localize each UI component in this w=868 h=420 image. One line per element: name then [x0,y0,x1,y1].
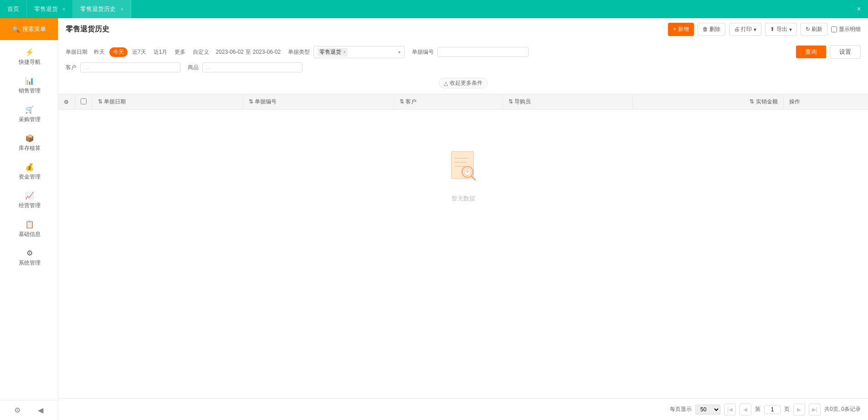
sidebar-item-purchase[interactable]: 🛒 采购管理 [0,99,58,128]
doc-no-input[interactable] [437,47,529,57]
sidebar-search[interactable]: 🔍 搜索菜单 [0,18,58,40]
th-customer[interactable]: ⇅ 客户 [394,94,503,110]
sidebar-item-finance[interactable]: 💰 资金管理 [0,157,58,185]
sidebar-collapse-btn[interactable]: ◀ [34,404,47,417]
date-range: 2023-06-02 至 2023-06-02 [216,48,281,56]
doc-type-arrow: ▾ [398,50,401,55]
customer-input[interactable]: ... [80,62,180,72]
th-amount[interactable]: ⇅ 实销金额 [632,94,783,110]
date-shortcut-yesterday[interactable]: 昨天 [91,47,108,57]
goods-label: 商品 [188,64,199,72]
sidebar-item-quick-nav[interactable]: ⚡ 快捷导航 [0,42,58,71]
nav-icon-finance: 💰 [25,162,34,171]
doc-type-selector[interactable]: 零售退货 × ▾ [313,46,405,58]
nav-icon-basic-info: 📋 [25,220,34,229]
th-doc-no[interactable]: ⇅ 单据编号 [243,94,394,110]
goods-input[interactable]: ... [202,62,303,72]
th-settings[interactable]: ⚙ [58,94,75,110]
export-button[interactable]: ⬆ 导出 ▾ [765,23,796,36]
tab-home[interactable]: 首页 [0,0,27,18]
add-button[interactable]: + 新增 [668,23,693,36]
show-detail-toggle[interactable]: 显示明细 [831,26,861,33]
page-title: 零售退货历史 [66,25,109,34]
th-guide[interactable]: ⇅ 导购员 [503,94,632,110]
tab-bar: 首页 零售退货 × 零售退货历史 × × [0,0,868,18]
tab-retail-return[interactable]: 零售退货 × [27,0,73,18]
sidebar-nav: ⚡ 快捷导航 📊 销售管理 🛒 采购管理 📦 库存核算 💰 资金管理 📈 经营管… [0,40,58,400]
th-doc-no-label: ⇅ 单据编号 [249,98,277,105]
empty-illustration [443,146,484,187]
empty-state: 暂无数据 [58,110,868,239]
delete-button[interactable]: 🗑 删除 [698,23,725,36]
first-page-btn[interactable]: |◀ [724,404,736,415]
sidebar: 🔍 搜索菜单 ⚡ 快捷导航 📊 销售管理 🛒 采购管理 📦 库存核算 💰 资金管… [0,18,58,420]
per-page-label: 每页显示 [670,405,692,413]
nav-icon-quick-nav: ⚡ [25,47,34,56]
date-from[interactable]: 2023-06-02 [216,49,243,55]
sidebar-settings-btn[interactable]: ⚙ [11,404,24,417]
nav-label-sales: 销售管理 [19,87,41,95]
sidebar-item-sales[interactable]: 📊 销售管理 [0,71,58,99]
date-shortcut-1month[interactable]: 近1月 [151,47,170,57]
page-number-input[interactable] [764,405,781,414]
doc-type-tag-text: 零售退货 [319,48,341,56]
sidebar-item-basic-info[interactable]: 📋 基础信息 [0,214,58,243]
table-settings-icon[interactable]: ⚙ [64,99,69,105]
page-label-pre: 第 [755,405,760,413]
th-checkbox[interactable] [75,94,92,110]
refresh-button[interactable]: ↻ 刷新 [801,23,827,36]
customer-placeholder: ... [84,64,89,71]
sidebar-item-inventory[interactable]: 📦 库存核算 [0,128,58,157]
table-container: ⚙ ⇅ 单据日期 ⇅ 单据编号 ⇅ 客户 [58,94,868,398]
nav-icon-operations: 📈 [25,191,34,200]
per-page-select[interactable]: 50 10 20 100 [695,405,720,415]
table-header: ⚙ ⇅ 单据日期 ⇅ 单据编号 ⇅ 客户 [58,94,868,110]
collapse-filter-button[interactable]: △ 收起更多条件 [439,78,488,88]
sidebar-bottom: ⚙ ◀ [0,400,58,420]
filter-settings-button[interactable]: 设置 [830,45,861,59]
window-close-button[interactable]: × [850,0,868,18]
print-label: 🖨 打印 [734,26,752,33]
nav-icon-inventory: 📦 [25,133,34,143]
th-customer-label: ⇅ 客户 [400,98,416,105]
doc-no-filter: 单据编号 [412,47,529,57]
collapse-up-icon: △ [444,80,448,87]
prev-page-btn[interactable]: ◀ [740,404,751,415]
search-icon: 🔍 [12,26,20,33]
sidebar-item-operations[interactable]: 📈 经营管理 [0,185,58,214]
date-to[interactable]: 2023-06-02 [253,49,281,55]
date-shortcut-more[interactable]: 更多 [172,47,188,57]
collapse-label: 收起更多条件 [450,79,483,87]
th-guide-label: ⇅ 导购员 [508,98,531,105]
date-shortcut-custom[interactable]: 自定义 [190,47,212,57]
th-date[interactable]: ⇅ 单据日期 [92,94,243,110]
select-all-checkbox[interactable] [81,98,87,104]
tab-retail-return-history[interactable]: 零售退货历史 × [73,0,131,18]
date-shortcut-7days[interactable]: 近7天 [129,47,149,57]
print-button[interactable]: 🖨 打印 ▾ [729,23,761,36]
pagination-bar: 每页显示 50 10 20 100 |◀ ◀ 第 页 ▶ ▶| 共0页, 0条记… [58,398,868,420]
goods-filter: 商品 ... [188,62,303,72]
tab-retail-return-history-close[interactable]: × [120,6,123,12]
query-button[interactable]: 查询 [796,46,826,58]
last-page-btn[interactable]: ▶| [809,404,821,415]
content-area: 零售退货历史 + 新增 🗑 删除 🖨 打印 ▾ ⬆ 导出 ▾ ↻ 刷新 [58,18,868,420]
sidebar-item-system[interactable]: ⚙ 系统管理 [0,243,58,271]
nav-label-system: 系统管理 [19,259,41,267]
show-detail-label: 显示明细 [839,26,861,33]
date-shortcut-today[interactable]: 今天 [109,47,128,57]
export-arrow: ▾ [789,26,792,33]
next-page-btn[interactable]: ▶ [793,404,805,415]
tab-retail-return-close[interactable]: × [62,6,65,12]
doc-type-tag: 零售退货 × [318,48,348,56]
th-date-label: ⇅ 单据日期 [98,98,126,105]
th-amount-label: ⇅ 实销金额 [750,98,777,105]
export-label: ⬆ 导出 [770,26,787,33]
nav-label-basic-info: 基础信息 [19,230,41,238]
nav-icon-system: ⚙ [25,248,34,257]
data-table: ⚙ ⇅ 单据日期 ⇅ 单据编号 ⇅ 客户 [58,94,868,110]
show-detail-checkbox[interactable] [831,26,837,32]
nav-label-purchase: 采购管理 [19,116,41,123]
doc-type-tag-remove[interactable]: × [343,50,346,55]
tab-retail-return-history-label: 零售退货历史 [80,5,116,13]
